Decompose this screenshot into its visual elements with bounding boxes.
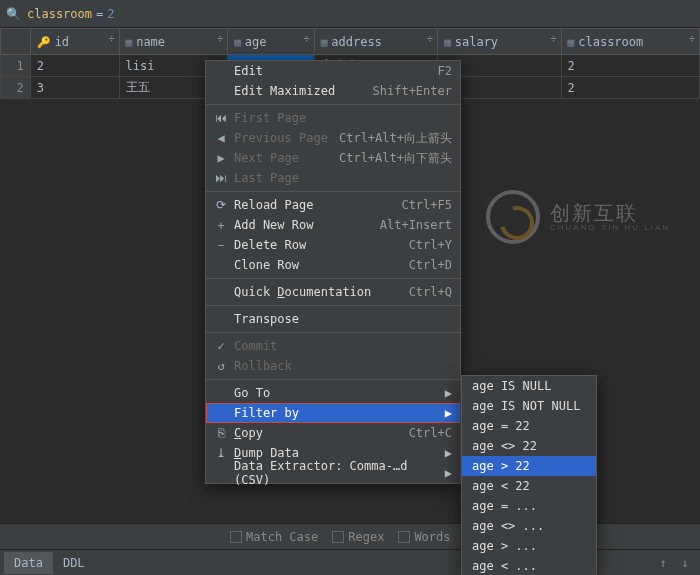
menu-label: Data Extractor: Comma-…d (CSV) (230, 459, 439, 487)
filter-value: 2 (107, 7, 114, 21)
menu-label: Dump Data (230, 446, 439, 460)
col-age[interactable]: ▦age÷ (228, 29, 314, 55)
menu-label: Edit Maximized (230, 84, 365, 98)
filter-op: = (92, 7, 107, 21)
menu-item-copy[interactable]: ⎘CopyCtrl+C (206, 423, 460, 443)
menu-icon: ▶ (212, 151, 230, 165)
menu-shortcut: Ctrl+F5 (393, 198, 452, 212)
menu-label: Rollback (230, 359, 452, 373)
watermark-cn: 创新互联 (550, 202, 670, 224)
submenu-arrow-icon: ▶ (439, 406, 452, 420)
filter-option[interactable]: age IS NULL (462, 376, 596, 396)
menu-item-filter-by[interactable]: Filter by▶ (206, 403, 460, 423)
filter-option[interactable]: age > 22 (462, 456, 596, 476)
menu-label: Reload Page (230, 198, 393, 212)
submenu-arrow-icon: ▶ (439, 466, 452, 480)
filter-option[interactable]: age <> 22 (462, 436, 596, 456)
menu-item-edit[interactable]: EditF2 (206, 61, 460, 81)
column-icon: ▦ (444, 36, 451, 49)
col-id[interactable]: 🔑id÷ (30, 29, 119, 55)
menu-label: Quick Documentation (230, 285, 401, 299)
cell-classroom[interactable]: 2 (561, 77, 699, 99)
submenu-arrow-icon: ▶ (439, 386, 452, 400)
cell-classroom[interactable]: 2 (561, 55, 699, 77)
cell-rownum[interactable]: 1 (1, 55, 31, 77)
menu-label: Add New Row (230, 218, 372, 232)
filter-option[interactable]: age < 22 (462, 476, 596, 496)
nav-down-button[interactable]: ↓ (674, 552, 696, 574)
menu-label: Clone Row (230, 258, 401, 272)
watermark-logo (486, 190, 540, 244)
menu-label: Go To (230, 386, 439, 400)
menu-item-quick-documentation[interactable]: Quick DocumentationCtrl+Q (206, 282, 460, 302)
filter-option[interactable]: age <> ... (462, 516, 596, 536)
menu-shortcut: Ctrl+Y (401, 238, 452, 252)
regex-option[interactable]: Regex (332, 530, 384, 544)
filter-option[interactable]: age < ... (462, 556, 596, 575)
menu-shortcut: Alt+Insert (372, 218, 452, 232)
column-icon: ▦ (568, 36, 575, 49)
match-case-option[interactable]: Match Case (230, 530, 318, 544)
column-icon: ▦ (126, 36, 133, 49)
menu-item-add-new-row[interactable]: ＋Add New RowAlt+Insert (206, 215, 460, 235)
menu-icon: ＋ (212, 217, 230, 234)
menu-icon: － (212, 237, 230, 254)
context-menu[interactable]: EditF2Edit MaximizedShift+Enter⏮First Pa… (205, 60, 461, 484)
filter-by-submenu[interactable]: age IS NULLage IS NOT NULLage = 22age <>… (461, 375, 597, 575)
cell-id[interactable]: 3 (30, 77, 119, 99)
menu-shortcut: Ctrl+D (401, 258, 452, 272)
menu-item-go-to[interactable]: Go To▶ (206, 383, 460, 403)
menu-label: Edit (230, 64, 430, 78)
menu-label: Filter by (230, 406, 439, 420)
col-classroom[interactable]: ▦classroom÷ (561, 29, 699, 55)
nav-up-button[interactable]: ↑ (652, 552, 674, 574)
tab-ddl[interactable]: DDL (53, 552, 95, 574)
menu-label: Next Page (230, 151, 331, 165)
col-name[interactable]: ▦name÷ (119, 29, 228, 55)
menu-item-transpose[interactable]: Transpose (206, 309, 460, 329)
menu-item-edit-maximized[interactable]: Edit MaximizedShift+Enter (206, 81, 460, 101)
menu-label: Previous Page (230, 131, 331, 145)
menu-item-clone-row[interactable]: Clone RowCtrl+D (206, 255, 460, 275)
menu-label: Last Page (230, 171, 452, 185)
menu-item-rollback: ↺Rollback (206, 356, 460, 376)
cell-id[interactable]: 2 (30, 55, 119, 77)
search-icon: 🔍 (6, 7, 21, 21)
menu-shortcut: Shift+Enter (365, 84, 452, 98)
filter-field: classroom (27, 7, 92, 21)
menu-icon: ◀ (212, 131, 230, 145)
rownum-header[interactable] (1, 29, 31, 55)
words-option[interactable]: Words (398, 530, 450, 544)
menu-icon: ✓ (212, 339, 230, 353)
column-header-row: 🔑id÷ ▦name÷ ▦age÷ ▦address÷ ▦salary÷ ▦cl… (1, 29, 700, 55)
cell-rownum[interactable]: 2 (1, 77, 31, 99)
filter-option[interactable]: age > ... (462, 536, 596, 556)
menu-label: Copy (230, 426, 401, 440)
menu-icon: ↺ (212, 359, 230, 373)
filter-option[interactable]: age IS NOT NULL (462, 396, 596, 416)
menu-icon: ⤓ (212, 446, 230, 460)
menu-shortcut: Ctrl+Alt+向上箭头 (331, 130, 452, 147)
col-salary[interactable]: ▦salary÷ (438, 29, 561, 55)
menu-item-commit: ✓Commit (206, 336, 460, 356)
filter-bar[interactable]: 🔍 classroom = 2 (0, 0, 700, 28)
filter-option[interactable]: age = ... (462, 496, 596, 516)
filter-option[interactable]: age = 22 (462, 416, 596, 436)
tab-data[interactable]: Data (4, 552, 53, 574)
menu-shortcut: F2 (430, 64, 452, 78)
menu-icon: ⎘ (212, 426, 230, 440)
menu-item-last-page: ⏭Last Page (206, 168, 460, 188)
key-icon: 🔑 (37, 36, 51, 49)
watermark: 创新互联 CHUANG XIN HU LIAN (486, 190, 670, 244)
menu-item-first-page: ⏮First Page (206, 108, 460, 128)
menu-item-previous-page: ◀Previous PageCtrl+Alt+向上箭头 (206, 128, 460, 148)
menu-icon: ⏭ (212, 171, 230, 185)
col-address[interactable]: ▦address÷ (314, 29, 437, 55)
menu-item-data-extractor-comma-d-csv[interactable]: Data Extractor: Comma-…d (CSV)▶ (206, 463, 460, 483)
menu-shortcut: Ctrl+Q (401, 285, 452, 299)
menu-item-reload-page[interactable]: ⟳Reload PageCtrl+F5 (206, 195, 460, 215)
menu-label: First Page (230, 111, 452, 125)
column-icon: ▦ (234, 36, 241, 49)
menu-icon: ⟳ (212, 198, 230, 212)
menu-item-delete-row[interactable]: －Delete RowCtrl+Y (206, 235, 460, 255)
